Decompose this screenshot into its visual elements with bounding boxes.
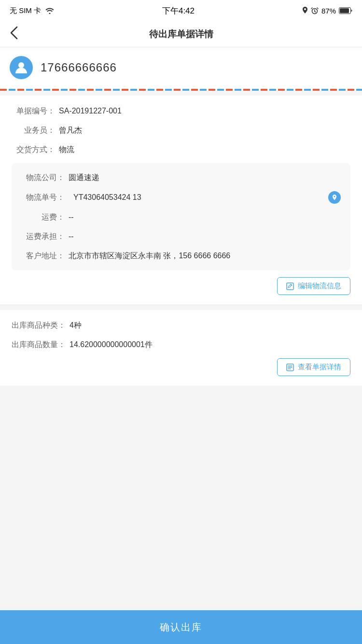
customer-header: 17666666666 — [0, 47, 362, 88]
view-details-label: 查看单据详情 — [298, 363, 341, 372]
confirm-button[interactable]: 确认出库 — [0, 610, 362, 644]
back-button[interactable] — [10, 26, 18, 43]
delivery-method-label: 交货方式： — [12, 144, 55, 155]
svg-rect-4 — [287, 283, 293, 290]
svg-point-3 — [18, 62, 24, 68]
order-no-value: SA-20191227-001 — [59, 105, 350, 117]
status-bar: 无 SIM 卡 下午4:42 87% — [0, 0, 362, 21]
order-no-row: 单据编号： SA-20191227-001 — [12, 105, 350, 117]
logistics-company-value: 圆通速递 — [69, 172, 341, 183]
item-qty-value: 14.620000000000001件 — [70, 339, 350, 350]
delivery-method-value: 物流 — [59, 144, 350, 155]
tracking-no-row: 物流单号： YT43064053424 13 — [21, 191, 341, 204]
logistics-company-row: 物流公司： 圆通速递 — [21, 172, 341, 183]
confirm-button-label: 确认出库 — [160, 621, 202, 634]
sales-person-label: 业务员： — [12, 125, 55, 136]
battery-icon — [339, 7, 352, 14]
item-type-value: 4种 — [70, 320, 350, 331]
freight-value: -- — [69, 211, 341, 223]
list-icon — [286, 364, 294, 371]
status-time: 下午4:42 — [162, 5, 195, 16]
status-carrier: 无 SIM 卡 — [10, 6, 55, 15]
carrier-text: 无 SIM 卡 — [10, 6, 41, 15]
item-type-label: 出库商品种类： — [12, 320, 66, 331]
wifi-icon — [45, 7, 55, 14]
location-active-icon — [302, 7, 308, 14]
item-qty-row: 出库商品数量： 14.620000000000001件 — [12, 339, 350, 350]
inventory-section: 出库商品种类： 4种 出库商品数量： 14.620000000000001件 查… — [0, 310, 362, 386]
freight-label: 运费： — [21, 211, 65, 223]
logistics-box: 物流公司： 圆通速递 物流单号： YT43064053424 13 运费： --… — [12, 163, 350, 270]
tracking-no-value: YT43064053424 13 — [73, 192, 323, 203]
freight-bearer-value: -- — [69, 231, 341, 242]
dashed-divider — [0, 88, 362, 91]
alarm-icon — [311, 7, 319, 14]
freight-row: 运费： -- — [21, 211, 341, 223]
nav-bar: 待出库单据详情 — [0, 21, 362, 47]
bottom-spacer — [0, 386, 362, 415]
svg-rect-2 — [340, 8, 349, 13]
sales-person-value: 曾凡杰 — [59, 125, 350, 136]
edit-logistics-label: 编辑物流信息 — [298, 281, 341, 291]
page-title: 待出库单据详情 — [149, 28, 213, 41]
address-label: 客户地址： — [21, 250, 65, 262]
edit-logistics-button[interactable]: 编辑物流信息 — [277, 277, 350, 295]
item-type-row: 出库商品种类： 4种 — [12, 320, 350, 331]
order-no-label: 单据编号： — [12, 105, 55, 117]
basic-info-section: 单据编号： SA-20191227-001 业务员： 曾凡杰 交货方式： 物流 … — [0, 96, 362, 305]
delivery-method-row: 交货方式： 物流 — [12, 144, 350, 155]
edit-icon — [286, 282, 294, 290]
section-divider — [0, 305, 362, 305]
address-value: 北京市市辖区海淀区永丰南 张，156 6666 6666 — [69, 250, 341, 262]
address-row: 客户地址： 北京市市辖区海淀区永丰南 张，156 6666 6666 — [21, 250, 341, 262]
view-details-button[interactable]: 查看单据详情 — [277, 358, 350, 376]
view-btn-row: 查看单据详情 — [12, 358, 350, 376]
customer-phone: 17666666666 — [41, 61, 117, 74]
tracking-location-icon[interactable] — [328, 191, 341, 204]
sales-person-row: 业务员： 曾凡杰 — [12, 125, 350, 136]
edit-btn-row: 编辑物流信息 — [12, 277, 350, 295]
battery-text: 87% — [321, 7, 336, 15]
freight-bearer-label: 运费承担： — [21, 231, 65, 242]
freight-bearer-row: 运费承担： -- — [21, 231, 341, 242]
avatar — [10, 56, 33, 79]
tracking-no-label: 物流单号： — [21, 192, 65, 203]
item-qty-label: 出库商品数量： — [12, 339, 66, 350]
logistics-company-label: 物流公司： — [21, 172, 65, 183]
status-right: 87% — [302, 7, 352, 15]
